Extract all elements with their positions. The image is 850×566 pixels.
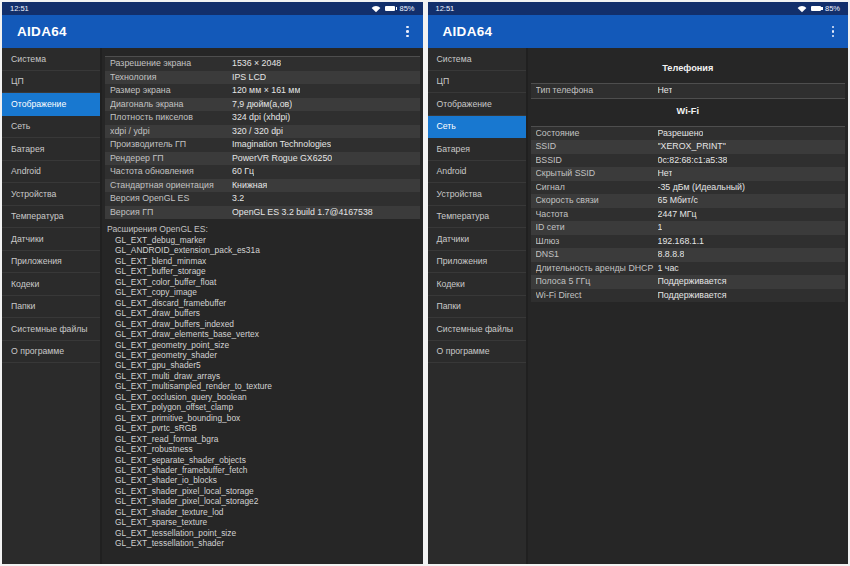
sidebar-item[interactable]: Сеть	[2, 116, 100, 139]
row-label: Версия ГП	[110, 206, 232, 220]
sidebar-item[interactable]: Папки	[428, 296, 526, 319]
row-label: Полоса 5 ГГц	[536, 275, 658, 289]
sidebar-item[interactable]: Устройства	[428, 183, 526, 206]
extension-item: GL_EXT_multi_draw_arrays	[115, 371, 420, 381]
sidebar-item[interactable]: ЦП	[428, 71, 526, 94]
extension-item: GL_EXT_discard_framebuffer	[115, 298, 420, 308]
sidebar-item[interactable]: Android	[2, 161, 100, 184]
nav-sidebar: Система ЦП Отображение Сеть	[428, 48, 528, 564]
sidebar-item-label: Температура	[11, 211, 64, 221]
row-value: 1 час	[658, 262, 679, 276]
sidebar-item-label: Батарея	[11, 144, 44, 154]
sidebar-item[interactable]: Папки	[2, 296, 100, 319]
extension-item: GL_EXT_gpu_shader5	[115, 360, 420, 370]
row-label: Частота обновления	[110, 165, 232, 179]
extension-item: GL_EXT_shader_pixel_local_storage2	[115, 496, 420, 506]
overflow-menu-icon[interactable]	[400, 20, 415, 42]
sidebar-item-label: Датчики	[437, 234, 470, 244]
sidebar-item-label: Система	[11, 54, 46, 64]
sidebar-item-label: Кодеки	[11, 279, 39, 289]
screenshot-left-display-page: 12:51 85% AIDA64 Система ЦП	[2, 2, 423, 564]
sidebar-item[interactable]: Сеть	[428, 116, 526, 139]
extension-item: GL_EXT_draw_buffers_indexed	[115, 319, 420, 329]
sidebar-item[interactable]: ЦП	[2, 71, 100, 94]
section-title-wifi: Wi-Fi	[531, 104, 846, 119]
row-label: xdpi / ydpi	[110, 125, 232, 139]
row-value: Нет	[658, 167, 673, 181]
sidebar-item[interactable]: Android	[428, 161, 526, 184]
row-label: Размер экрана	[110, 84, 232, 98]
extension-item: GL_EXT_polygon_offset_clamp	[115, 402, 420, 412]
sidebar-item[interactable]: Система	[428, 48, 526, 71]
sidebar-item-label: Температура	[437, 211, 490, 221]
row-value: 2447 МГц	[658, 208, 697, 222]
table-row: Шлюз 192.168.1.1	[531, 235, 846, 249]
row-value: Разрешено	[658, 127, 704, 141]
network-content: Телефония Тип телефона Нет Wi-Fi Состоян…	[528, 48, 849, 564]
sidebar-item[interactable]: Приложения	[428, 251, 526, 274]
sidebar-item[interactable]: Отображение	[428, 93, 526, 116]
sidebar-item-label: О программе	[437, 346, 490, 356]
table-row: Скрытый SSID Нет	[531, 167, 846, 181]
table-row: Разрешение экрана 1536 × 2048	[105, 57, 420, 71]
sidebar-item-label: Сеть	[11, 121, 30, 131]
table-row: Wi-Fi Direct Поддерживается	[531, 289, 846, 303]
table-row: Стандартная ориентация Книжная	[105, 179, 420, 193]
wifi-table: Состояние Разрешено SSID "XEROX_PRINT" B…	[531, 126, 846, 303]
sidebar-item[interactable]: Устройства	[2, 183, 100, 206]
row-value: 60 Гц	[232, 165, 254, 179]
battery-percent: 85%	[825, 4, 840, 13]
section-title-telephony: Телефония	[531, 61, 846, 76]
table-row: Частота 2447 МГц	[531, 208, 846, 222]
sidebar-item-label: Сеть	[437, 121, 456, 131]
status-bar: 12:51 85%	[2, 2, 423, 15]
sidebar-item[interactable]: Системные файлы	[2, 318, 100, 341]
table-row: Длительность аренды DHCP 1 час	[531, 262, 846, 276]
row-value: IPS LCD	[232, 71, 266, 85]
extension-item: GL_EXT_shader_pixel_local_storage	[115, 486, 420, 496]
sidebar-item-label: Датчики	[11, 234, 44, 244]
sidebar-item[interactable]: Кодеки	[2, 273, 100, 296]
sidebar-item-label: Батарея	[437, 144, 470, 154]
table-row: Состояние Разрешено	[531, 127, 846, 141]
sidebar-item[interactable]: Отображение	[2, 93, 100, 116]
sidebar-item[interactable]: Система	[2, 48, 100, 71]
screenshot-right-network-page: 12:51 85% AIDA64 Система ЦП	[428, 2, 849, 564]
extension-item: GL_EXT_tessellation_point_size	[115, 528, 420, 538]
sidebar-item[interactable]: Батарея	[2, 138, 100, 161]
row-value: PowerVR Rogue GX6250	[232, 152, 332, 166]
sidebar-item[interactable]: Температура	[2, 206, 100, 229]
extension-item: GL_EXT_shader_texture_lod	[115, 507, 420, 517]
extension-item: GL_ANDROID_extension_pack_es31a	[115, 245, 420, 255]
sidebar-item[interactable]: Батарея	[428, 138, 526, 161]
table-row: Полоса 5 ГГц Поддерживается	[531, 275, 846, 289]
extension-item: GL_EXT_occlusion_query_boolean	[115, 392, 420, 402]
row-value: Поддерживается	[658, 275, 727, 289]
table-row: Размер экрана 120 мм × 161 мм	[105, 84, 420, 98]
extension-item: GL_EXT_color_buffer_float	[115, 277, 420, 287]
row-label: Стандартная ориентация	[110, 179, 232, 193]
display-info-table: Разрешение экрана 1536 × 2048 Технология…	[105, 56, 420, 219]
sidebar-item[interactable]: Системные файлы	[428, 318, 526, 341]
app-bar: AIDA64	[428, 15, 849, 48]
sidebar-item-label: Система	[437, 54, 472, 64]
extension-item: GL_EXT_robustness	[115, 444, 420, 454]
sidebar-item-label: Android	[11, 166, 41, 176]
sidebar-item[interactable]: Приложения	[2, 251, 100, 274]
row-label: Скрытый SSID	[536, 167, 658, 181]
sidebar-item[interactable]: Температура	[428, 206, 526, 229]
extension-item: GL_EXT_shader_io_blocks	[115, 475, 420, 485]
row-label: Сигнал	[536, 181, 658, 195]
row-label: Производитель ГП	[110, 138, 232, 152]
sidebar-item[interactable]: Кодеки	[428, 273, 526, 296]
sidebar-item[interactable]: О программе	[2, 341, 100, 364]
sidebar-item[interactable]: Датчики	[2, 228, 100, 251]
sidebar-item[interactable]: О программе	[428, 341, 526, 364]
status-bar: 12:51 85%	[428, 2, 849, 15]
row-label: ID сети	[536, 221, 658, 235]
sidebar-item-label: Приложения	[437, 256, 488, 266]
overflow-menu-icon[interactable]	[826, 20, 841, 42]
table-row: DNS1 8.8.8.8	[531, 248, 846, 262]
sidebar-item[interactable]: Датчики	[428, 228, 526, 251]
row-label: Диагональ экрана	[110, 98, 232, 112]
